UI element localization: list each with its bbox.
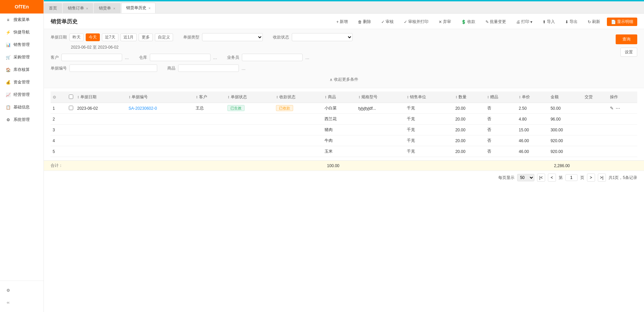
warehouse-input[interactable] bbox=[150, 54, 211, 61]
page-number-input[interactable] bbox=[565, 174, 578, 181]
import-button[interactable]: ⬆ 导入 bbox=[539, 18, 558, 26]
set-button[interactable]: 设置 bbox=[620, 48, 637, 57]
date-more-btn[interactable]: 更多 bbox=[139, 33, 153, 41]
sidebar-item-quick-nav[interactable]: ⚡ 快捷导航 bbox=[0, 26, 44, 38]
col-spec[interactable]: ↕ 规格型号 bbox=[356, 92, 405, 103]
abandon-button[interactable]: ✕ 弃审 bbox=[435, 18, 454, 26]
salesman-filter: 业务员 ... bbox=[227, 54, 309, 61]
col-qty[interactable]: ↕ 数量 bbox=[453, 92, 485, 103]
cell-goods: 牛肉 bbox=[323, 135, 356, 146]
col-settings[interactable]: ⚙ bbox=[51, 92, 67, 103]
warehouse-picker-btn[interactable]: ... bbox=[213, 55, 217, 60]
export-button[interactable]: ⬇ 导出 bbox=[562, 18, 581, 26]
edit-action-btn[interactable]: ✎ bbox=[610, 106, 614, 111]
cell-checkbox bbox=[67, 135, 75, 146]
col-doc-date[interactable]: ↕ 单据日期 bbox=[75, 92, 127, 103]
collect-button[interactable]: 💲 收款 bbox=[458, 18, 479, 26]
date-1month-btn[interactable]: 近1月 bbox=[120, 33, 137, 41]
date-today-btn[interactable]: 今天 bbox=[86, 33, 100, 41]
review-print-button[interactable]: ✓ 审核并打印 bbox=[400, 18, 432, 26]
customer-picker-btn[interactable]: ... bbox=[125, 55, 129, 60]
table-row: 4 牛肉 千克 20.00 否 46.00 920.00 bbox=[51, 135, 637, 146]
total-amount: 2,286.00 bbox=[339, 163, 570, 168]
filter-row-1: 单据日期 昨天 今天 近7天 近1月 更多 自定义 单据类型 bbox=[51, 33, 610, 41]
select-all-checkbox[interactable] bbox=[69, 95, 73, 99]
collapse-filter-btn[interactable]: ∧ 收起更多条件 bbox=[51, 75, 637, 84]
col-gift[interactable]: ↕ 赠品 bbox=[485, 92, 517, 103]
cell-spec: tyjyjtyjdf... bbox=[356, 103, 405, 114]
goods-picker-btn[interactable]: ... bbox=[242, 66, 246, 71]
tab-sales-order[interactable]: 销售订单 × bbox=[63, 3, 93, 13]
doc-type-select[interactable] bbox=[202, 33, 263, 41]
more-action-btn[interactable]: ⋯ bbox=[616, 106, 620, 111]
sidebar-item-ops-mgmt[interactable]: 📈 经营管理 bbox=[0, 88, 44, 101]
col-unit[interactable]: ↕ 销售单位 bbox=[405, 92, 453, 103]
date-custom-btn[interactable]: 自定义 bbox=[155, 33, 173, 41]
customer-input[interactable] bbox=[61, 54, 122, 61]
table-wrapper: ⚙ ↕ 单据日期 ↕ 单据编号 ↕ 客户 ↕ 单据状态 ↕ 收款状态 ↕ 商品 … bbox=[44, 88, 644, 160]
cell-amount: 920.00 bbox=[549, 146, 583, 157]
doc-no-link[interactable]: SA-20230602-0 bbox=[129, 106, 157, 111]
cell-customer bbox=[194, 135, 225, 146]
close-sales-goods-tab[interactable]: × bbox=[113, 6, 115, 10]
tab-sales-history[interactable]: 销货单历史 × bbox=[121, 3, 156, 13]
sidebar: OfTEn ≡ 搜索菜单 ⚡ 快捷导航 📊 销售管理 🛒 采购管理 🏠 库存核算… bbox=[0, 0, 44, 312]
sidebar-item-sales-mgmt[interactable]: 📊 销售管理 bbox=[0, 38, 44, 51]
tab-home[interactable]: 首页 bbox=[44, 3, 62, 13]
doc-no-filter: 单据编号 bbox=[51, 64, 157, 72]
cell-customer bbox=[194, 114, 225, 125]
close-sales-order-tab[interactable]: × bbox=[86, 6, 88, 10]
purchase-icon: 🛒 bbox=[5, 55, 11, 60]
doc-no-input[interactable] bbox=[69, 64, 157, 72]
quick-nav-icon: ⚡ bbox=[5, 30, 11, 35]
refresh-button[interactable]: ↻ 刷新 bbox=[584, 18, 604, 26]
date-7days-btn[interactable]: 近7天 bbox=[102, 33, 118, 41]
tab-sales-goods[interactable]: 销货单 × bbox=[94, 3, 120, 13]
col-doc-no[interactable]: ↕ 单据编号 bbox=[127, 92, 194, 103]
action-buttons: ✎ ⋯ bbox=[610, 106, 635, 111]
sidebar-collapse-btn[interactable]: ‹‹ bbox=[0, 296, 44, 309]
cell-amount: 920.00 bbox=[549, 135, 583, 146]
sidebar-item-finance-mgmt[interactable]: 💰 资金管理 bbox=[0, 76, 44, 88]
cell-transaction bbox=[583, 114, 608, 125]
page-size-select[interactable]: 50 100 bbox=[517, 174, 534, 181]
pay-status-filter: 收款状态 bbox=[273, 33, 353, 41]
date-yesterday-btn[interactable]: 昨天 bbox=[69, 33, 84, 41]
display-detail-button[interactable]: 📄 显示明细 bbox=[607, 18, 637, 26]
delete-button[interactable]: 🗑 删除 bbox=[355, 18, 374, 26]
salesman-picker-btn[interactable]: ... bbox=[305, 55, 309, 60]
prev-page-btn[interactable]: < bbox=[548, 174, 556, 182]
col-customer[interactable]: ↕ 客户 bbox=[194, 92, 225, 103]
cell-checkbox bbox=[67, 103, 75, 114]
export-icon: ⬇ bbox=[565, 20, 568, 24]
cell-no: 4 bbox=[51, 135, 67, 146]
query-button[interactable]: 查询 bbox=[616, 34, 637, 44]
batch-change-button[interactable]: ✎ 批量变更 bbox=[482, 18, 509, 26]
sidebar-item-inventory[interactable]: 🏠 库存核算 bbox=[0, 63, 44, 76]
cell-doc-no bbox=[127, 114, 194, 125]
table-settings-icon[interactable]: ⚙ bbox=[53, 95, 56, 100]
cell-doc-date bbox=[75, 125, 127, 135]
sidebar-settings-btn[interactable]: ⚙ bbox=[0, 284, 44, 296]
close-history-tab[interactable]: × bbox=[148, 6, 150, 10]
toolbar: + 新增 🗑 删除 ✓ 审核 ✓ 审核并打印 ✕ 弃审 bbox=[333, 18, 637, 26]
review-button[interactable]: ✓ 审核 bbox=[378, 18, 397, 26]
print-button[interactable]: 🖨 打印 ▾ bbox=[513, 18, 536, 26]
col-price[interactable]: ↕ 单价 bbox=[517, 92, 549, 103]
add-button[interactable]: + 新增 bbox=[333, 18, 351, 26]
first-page-btn[interactable]: |< bbox=[537, 174, 545, 182]
next-page-btn[interactable]: > bbox=[587, 174, 595, 182]
pay-status-select[interactable] bbox=[292, 33, 353, 41]
sidebar-item-purchase-mgmt[interactable]: 🛒 采购管理 bbox=[0, 51, 44, 63]
sidebar-item-basic-info[interactable]: 📋 基础信息 bbox=[0, 101, 44, 113]
sidebar-item-system-mgmt[interactable]: ⚙ 系统管理 bbox=[0, 113, 44, 126]
salesman-input[interactable] bbox=[242, 54, 303, 61]
last-page-btn[interactable]: >| bbox=[598, 174, 606, 182]
sidebar-item-search-menu[interactable]: ≡ 搜索菜单 bbox=[0, 14, 44, 26]
row-checkbox[interactable] bbox=[69, 106, 73, 110]
cell-checkbox bbox=[67, 146, 75, 157]
goods-input[interactable] bbox=[178, 64, 239, 72]
col-pay-status[interactable]: ↕ 收款状态 bbox=[274, 92, 323, 103]
col-goods[interactable]: ↕ 商品 bbox=[323, 92, 356, 103]
col-doc-status[interactable]: ↕ 单据状态 bbox=[225, 92, 274, 103]
